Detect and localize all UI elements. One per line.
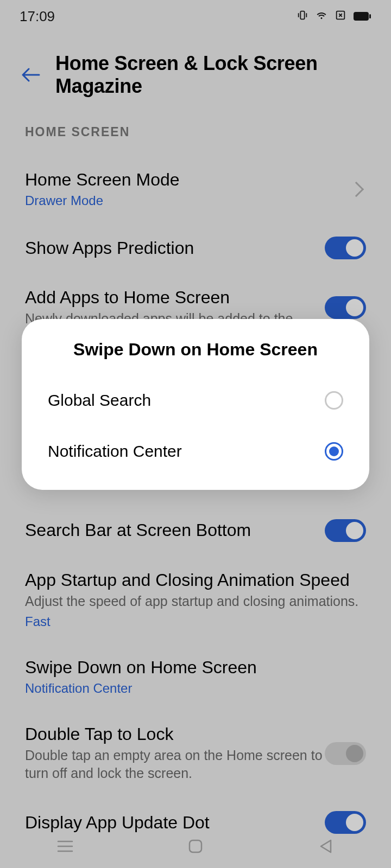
radio-unselected-icon xyxy=(325,391,343,410)
option-label: Notification Center xyxy=(48,442,182,461)
dialog-title: Swipe Down on Home Screen xyxy=(22,340,369,360)
option-label: Global Search xyxy=(48,391,151,410)
swipe-down-dialog: Swipe Down on Home Screen Global Search … xyxy=(22,319,369,490)
option-notification-center[interactable]: Notification Center xyxy=(22,426,369,477)
radio-selected-icon xyxy=(325,442,343,461)
option-global-search[interactable]: Global Search xyxy=(22,375,369,426)
